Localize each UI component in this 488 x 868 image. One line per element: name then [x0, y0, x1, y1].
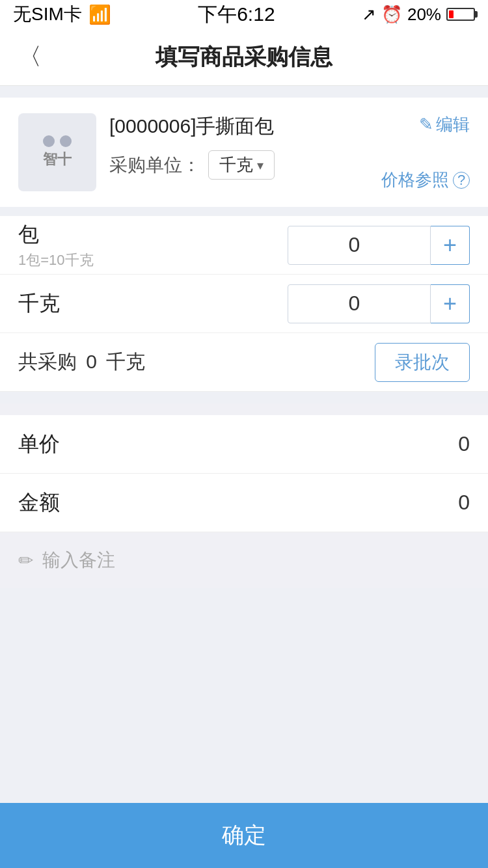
battery-icon [446, 8, 475, 21]
owl-eye-right [60, 135, 72, 147]
owl-logo: 智十 [43, 135, 72, 169]
amount-row: 金额 0 [0, 474, 488, 532]
unit-price-label: 单价 [18, 430, 458, 459]
quantity-section: 包 1包=10千克 + 千克 + [0, 216, 488, 333]
product-name: [0000006]手撕面包 [109, 113, 406, 140]
alarm-icon: ⏰ [381, 5, 402, 25]
nav-bar: 〈 填写商品采购信息 [0, 29, 488, 86]
unit-value: 千克 [219, 154, 253, 176]
product-thumbnail: 智十 [18, 113, 96, 191]
unit-price-row: 单价 0 [0, 415, 488, 474]
section-divider-mid [0, 207, 488, 216]
summary-unit: 千克 [106, 351, 145, 372]
kg-label: 千克 [18, 290, 122, 318]
note-section[interactable]: ✏ 输入备注 [0, 532, 488, 588]
price-ref-label: 价格参照 [381, 169, 449, 191]
price-section: 单价 0 金额 0 [0, 415, 488, 532]
quantity-row-kg: 千克 + [0, 275, 488, 333]
confirm-bar[interactable]: 确定 [0, 803, 488, 868]
product-card: 智十 [0000006]手撕面包 采购单位： 千克 ▾ ✎ 编辑 价 [0, 98, 488, 207]
summary-value: 0 [86, 351, 97, 372]
unit-price-value: 0 [458, 432, 470, 456]
bag-plus-button[interactable]: + [431, 226, 470, 265]
unit-selector[interactable]: 千克 ▾ [208, 150, 275, 180]
status-time: 下午6:12 [198, 1, 275, 28]
status-left: 无SIM卡 📶 [13, 2, 111, 27]
product-info: [0000006]手撕面包 采购单位： 千克 ▾ [109, 113, 406, 180]
product-right-actions: ✎ 编辑 价格参照 ? [419, 113, 470, 172]
location-icon: ↗ [362, 5, 376, 25]
page-title: 填写商品采购信息 [156, 42, 332, 72]
summary-prefix: 共采购 [18, 351, 77, 372]
section-divider-price [0, 392, 488, 403]
amount-label: 金额 [18, 489, 458, 517]
edit-label: 编辑 [436, 113, 470, 136]
owl-eye-left [43, 135, 55, 147]
quantity-row-bag: 包 1包=10千克 + [0, 216, 488, 275]
price-ref-button[interactable]: 价格参照 ? [381, 169, 470, 191]
bag-quantity-input[interactable] [288, 226, 431, 265]
record-batch-button[interactable]: 录批次 [375, 343, 470, 382]
kg-quantity-input[interactable] [288, 284, 431, 323]
wifi-icon: 📶 [88, 4, 111, 25]
pencil-icon: ✏ [18, 550, 33, 571]
section-divider-top [0, 86, 488, 98]
back-button[interactable]: 〈 [18, 41, 42, 73]
edit-button[interactable]: ✎ 编辑 [419, 113, 470, 136]
summary-text: 共采购 0 千克 [18, 349, 375, 375]
amount-value: 0 [458, 491, 470, 515]
battery-label: 20% [407, 5, 441, 25]
product-unit-row: 采购单位： 千克 ▾ [109, 150, 406, 180]
owl-text: 智十 [43, 150, 72, 169]
status-right: ↗ ⏰ 20% [362, 5, 475, 25]
edit-icon: ✎ [419, 115, 433, 135]
summary-row: 共采购 0 千克 录批次 [0, 333, 488, 392]
bag-label: 包 [18, 221, 122, 249]
status-bar: 无SIM卡 📶 下午6:12 ↗ ⏰ 20% [0, 0, 488, 29]
bag-sublabel: 1包=10千克 [18, 251, 122, 270]
carrier-label: 无SIM卡 [13, 2, 82, 27]
kg-plus-button[interactable]: + [431, 284, 470, 323]
empty-area [0, 588, 488, 822]
unit-label-text: 采购单位： [109, 153, 200, 178]
confirm-button-label: 确定 [222, 821, 266, 850]
price-ref-help-icon: ? [453, 172, 470, 189]
unit-dropdown-arrow: ▾ [257, 157, 264, 173]
note-placeholder-text: 输入备注 [42, 548, 115, 573]
